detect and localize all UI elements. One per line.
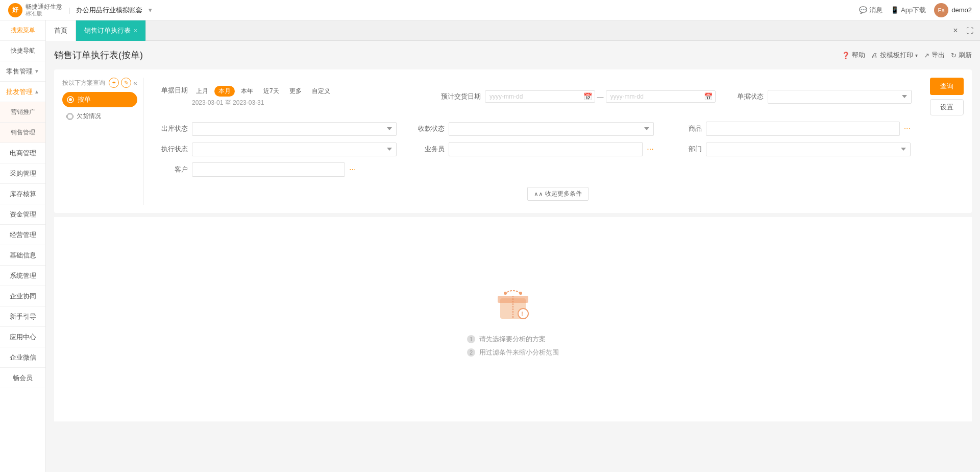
export-button[interactable]: ↗ 导出	[924, 51, 945, 60]
date-tab-自定义[interactable]: 自定义	[308, 86, 334, 97]
salesperson-dots-icon[interactable]: ···	[647, 145, 653, 154]
tab-home[interactable]: 首页	[46, 20, 76, 41]
refresh-button[interactable]: ↻ 刷新	[951, 51, 972, 60]
sidebar-item-sales[interactable]: 销售管理	[0, 123, 45, 143]
tab-close-icon[interactable]: ×	[134, 27, 137, 34]
export-icon: ↗	[924, 52, 929, 59]
nav-item-按单[interactable]: 按单	[62, 92, 137, 107]
execution-status-select[interactable]	[192, 143, 397, 156]
outbound-status-label: 出库状态	[152, 124, 188, 133]
help-icon: ❓	[842, 52, 850, 59]
retail-expand-icon: ▼	[34, 68, 39, 74]
document-status-label: 单据状态	[728, 92, 764, 101]
sidebar-item-enterprise[interactable]: 企业协同	[0, 286, 45, 306]
department-select[interactable]	[706, 143, 911, 156]
date-end-calendar-icon: 📅	[704, 92, 713, 101]
app-title-dropdown-icon[interactable]: ▾	[149, 6, 152, 14]
collapse-nav-button[interactable]: «	[133, 79, 137, 87]
logo-text: 畅捷通好生意 标准版	[26, 3, 62, 17]
sidebar-item-operation[interactable]: 经营管理	[0, 225, 45, 245]
sidebar-item-appcenter[interactable]: 应用中心	[0, 327, 45, 347]
expected-date-label: 预计交货日期	[440, 92, 481, 101]
app-download-icon: 📱	[891, 6, 899, 14]
department-group: 部门	[666, 143, 911, 156]
edit-scheme-button[interactable]: ✎	[121, 78, 131, 88]
sidebar-item-newuser[interactable]: 新手引导	[0, 306, 45, 327]
svg-point-8	[504, 292, 507, 295]
sidebar-item-basic[interactable]: 基础信息	[0, 245, 45, 266]
customer-input-area[interactable]	[192, 162, 345, 177]
empty-text-item-2: 2 用过滤条件来缩小分析范围	[467, 348, 559, 357]
empty-state-icon: !	[493, 286, 533, 326]
template-print-button[interactable]: 🖨 按模板打印 ▾	[871, 51, 918, 60]
sidebar-item-quicknav[interactable]: 快捷导航	[0, 41, 45, 61]
date-tab-近7天[interactable]: 近7天	[259, 86, 283, 97]
sidebar: 搜索菜单 快捷导航 零售管理 ▼ 批发管理 ▲ 营销推广 销售管理 电商管理 采…	[0, 20, 46, 472]
date-tab-上月[interactable]: 上月	[192, 86, 212, 97]
outbound-status-select-wrap	[192, 122, 397, 136]
date-filter-group: 单据日期 上月 本月 本年 近7天 更多 自定义	[152, 86, 428, 107]
document-status-group: 单据状态	[728, 90, 912, 104]
sidebar-item-finance[interactable]: 资金管理	[0, 204, 45, 225]
top-bar-left: 好 畅捷通好生意 标准版 | 办公用品行业模拟账套 ▾	[8, 3, 152, 17]
sidebar-item-inventory[interactable]: 库存核算	[0, 184, 45, 204]
page-title: 销售订单执行表(按单)	[54, 49, 143, 61]
message-icon: 💬	[859, 6, 867, 14]
expected-date-start-input[interactable]	[485, 90, 595, 103]
filter-row-3: 执行状态 业务员	[152, 142, 964, 156]
collapse-more-button[interactable]: ∧∧ 收起更多条件	[527, 187, 589, 201]
date-tab-本月[interactable]: 本月	[214, 86, 235, 97]
empty-text-item-1: 1 请先选择要分析的方案	[467, 335, 559, 344]
app-download-button[interactable]: 📱 App下载	[891, 6, 926, 15]
filter-and-results: 销售订单执行表(按单) ❓ 帮助 🖨 按模板打印 ▾ ↗	[46, 41, 980, 472]
sidebar-item-purchase[interactable]: 采购管理	[0, 163, 45, 184]
execution-status-select-wrap	[192, 143, 397, 156]
goods-dots-icon[interactable]: ···	[904, 124, 911, 133]
nav-item-欠货情况[interactable]: 欠货情况	[62, 109, 137, 123]
user-menu[interactable]: Ea demo2	[934, 3, 972, 17]
empty-text: 1 请先选择要分析的方案 2 用过滤条件来缩小分析范围	[467, 335, 559, 357]
sidebar-item-ecommerce[interactable]: 电商管理	[0, 143, 45, 163]
print-icon: 🖨	[871, 52, 878, 59]
empty-state: ! 1 请先选择要分析的方案 2 用过滤	[457, 255, 569, 388]
top-bar-right: 💬 消息 📱 App下载 Ea demo2	[859, 3, 972, 17]
add-scheme-button[interactable]: +	[109, 78, 119, 88]
date-range-display: 2023-03-01 至 2023-03-31	[192, 99, 428, 107]
date-tab-本年[interactable]: 本年	[237, 86, 257, 97]
template-print-dropdown-icon: ▾	[915, 53, 918, 58]
outbound-status-group: 出库状态	[152, 122, 397, 136]
document-status-select[interactable]	[768, 90, 912, 104]
svg-point-1	[69, 98, 72, 101]
query-button[interactable]: 查询	[930, 78, 964, 95]
date-tab-更多[interactable]: 更多	[285, 86, 306, 97]
logo-area: 好 畅捷通好生意 标准版	[8, 3, 62, 17]
main-wrapper: 首页 销售订单执行表 × × ⛶ 销售订单执行表(按单) ❓	[46, 20, 980, 472]
app-title: 办公用品行业模拟账套	[76, 6, 142, 15]
sidebar-item-system[interactable]: 系统管理	[0, 266, 45, 286]
user-name: demo2	[951, 6, 972, 14]
sidebar-item-search[interactable]: 搜索菜单	[0, 20, 45, 41]
collection-status-select[interactable]	[449, 122, 653, 136]
customer-dots-icon[interactable]: ···	[349, 165, 356, 174]
help-button[interactable]: ❓ 帮助	[842, 51, 865, 60]
tab-close-all-button[interactable]: ×	[949, 25, 962, 37]
page-header-actions: ❓ 帮助 🖨 按模板打印 ▾ ↗ 导出 ↻	[842, 51, 972, 60]
logo-icon: 好	[8, 3, 22, 17]
outbound-status-select[interactable]	[192, 122, 397, 136]
filter-left-nav: 按以下方案查询 + ✎ «	[62, 78, 144, 205]
salesperson-input-area[interactable]	[449, 142, 643, 156]
sidebar-item-marketing[interactable]: 营销推广	[0, 102, 45, 123]
sidebar-item-member[interactable]: 畅会员	[0, 368, 45, 388]
avatar: Ea	[934, 3, 948, 17]
sidebar-item-retail[interactable]: 零售管理 ▼	[0, 61, 45, 82]
sidebar-item-wechat[interactable]: 企业微信	[0, 347, 45, 368]
message-button[interactable]: 💬 消息	[859, 6, 883, 15]
tab-active[interactable]: 销售订单执行表 ×	[76, 20, 146, 41]
goods-input-area[interactable]	[706, 122, 900, 136]
page-body: 销售订单执行表(按单) ❓ 帮助 🖨 按模板打印 ▾ ↗	[46, 41, 980, 430]
settings-button[interactable]: 设置	[930, 99, 964, 115]
expected-date-end-input[interactable]	[606, 90, 716, 103]
tab-expand-button[interactable]: ⛶	[964, 25, 976, 37]
sidebar-item-wholesale[interactable]: 批发管理 ▲	[0, 82, 45, 102]
department-select-wrap	[706, 143, 911, 156]
